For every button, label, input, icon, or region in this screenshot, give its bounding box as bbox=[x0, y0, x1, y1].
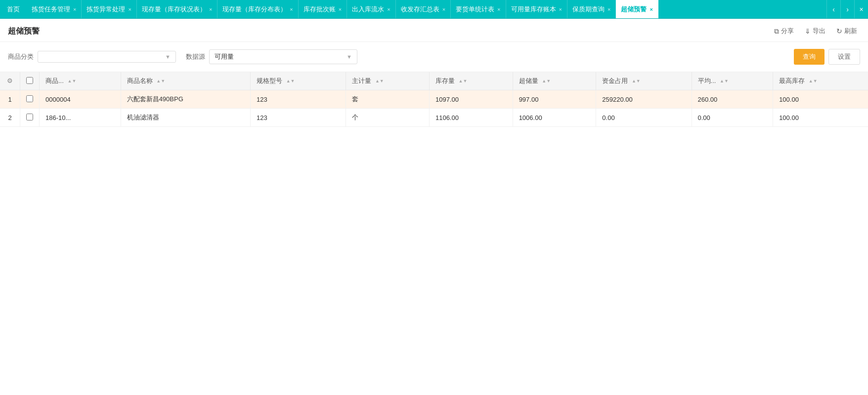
td-spec: 123 bbox=[251, 90, 346, 109]
home-label: 首页 bbox=[7, 5, 20, 14]
select-all-checkbox[interactable] bbox=[26, 77, 33, 84]
nav-tab-9[interactable]: 保质期查询 × bbox=[567, 0, 616, 19]
datasource-select-value: 可用量 bbox=[215, 52, 234, 61]
nav-tab-label-7: 要货单统计表 bbox=[456, 5, 494, 14]
nav-arrow-prev[interactable]: ‹ bbox=[826, 0, 840, 19]
sort-arrows-avg: ▲▼ bbox=[720, 79, 729, 83]
td-capital: 259220.00 bbox=[596, 90, 692, 109]
th-avg[interactable]: 平均... ▲▼ bbox=[692, 72, 773, 90]
filter-datasource: 数据源 可用量 ▼ bbox=[186, 49, 357, 64]
nav-tab-label-4: 库存批次账 bbox=[304, 5, 336, 14]
nav-tab-3[interactable]: 现存量（库存分布表） × bbox=[217, 0, 298, 19]
nav-tab-close-9[interactable]: × bbox=[608, 6, 610, 12]
nav-tab-close-5[interactable]: × bbox=[387, 6, 390, 12]
td-avg: 260.00 bbox=[692, 90, 773, 109]
nav-tab-label-0: 拣货任务管理 bbox=[32, 5, 70, 14]
nav-arrow-next[interactable]: › bbox=[840, 0, 854, 19]
th-capital[interactable]: 资金占用 ▲▼ bbox=[596, 72, 692, 90]
nav-tab-label-5: 出入库流水 bbox=[352, 5, 384, 14]
th-gear[interactable]: ⚙ bbox=[0, 72, 20, 90]
td-stock: 1097.00 bbox=[429, 90, 513, 109]
query-button[interactable]: 查询 bbox=[794, 49, 825, 65]
nav-tab-label-3: 现存量（库存分布表） bbox=[222, 5, 287, 14]
share-label: 分享 bbox=[781, 27, 794, 36]
category-select[interactable]: ▼ bbox=[38, 51, 176, 63]
nav-tab-label-8: 可用量库存账本 bbox=[511, 5, 556, 14]
th-overflow[interactable]: 超储量 ▲▼ bbox=[513, 72, 596, 90]
filter-area: 商品分类 ▼ 数据源 可用量 ▼ 查询 设置 bbox=[0, 42, 868, 72]
td-spec: 123 bbox=[251, 109, 346, 127]
nav-tab-6[interactable]: 收发存汇总表 × bbox=[396, 0, 451, 19]
td-overflow: 1006.00 bbox=[513, 109, 596, 127]
export-label: 导出 bbox=[813, 27, 825, 36]
th-code[interactable]: 商品... ▲▼ bbox=[40, 72, 121, 90]
nav-tab-close-10[interactable]: × bbox=[650, 6, 652, 12]
data-table: ⚙ 商品... ▲▼ 商品名称 ▲▼ 规格型号 ▲▼ bbox=[0, 72, 868, 127]
nav-tab-label-9: 保质期查询 bbox=[572, 5, 605, 14]
settings-button[interactable]: 设置 bbox=[828, 49, 860, 65]
nav-tab-close-6[interactable]: × bbox=[442, 6, 445, 12]
nav-home[interactable]: 首页 bbox=[0, 0, 27, 19]
td-checkbox[interactable] bbox=[20, 109, 40, 127]
filter-actions: 查询 设置 bbox=[794, 49, 860, 65]
td-capital: 0.00 bbox=[596, 109, 692, 127]
page-header: 超储预警 ⧉ 分享 ⇓ 导出 ↻ 刷新 bbox=[0, 19, 868, 42]
nav-tab-8[interactable]: 可用量库存账本 × bbox=[506, 0, 567, 19]
export-button[interactable]: ⇓ 导出 bbox=[802, 25, 828, 38]
nav-tab-close-3[interactable]: × bbox=[290, 6, 293, 12]
sort-arrows-max: ▲▼ bbox=[809, 79, 818, 83]
td-unit: 个 bbox=[346, 109, 430, 127]
page-title: 超储预警 bbox=[8, 26, 40, 37]
share-button[interactable]: ⧉ 分享 bbox=[771, 25, 797, 38]
nav-tab-1[interactable]: 拣货异常处理 × bbox=[82, 0, 136, 19]
datasource-select[interactable]: 可用量 ▼ bbox=[209, 49, 357, 64]
nav-tab-close-1[interactable]: × bbox=[128, 6, 131, 12]
nav-tab-close-8[interactable]: × bbox=[559, 6, 562, 12]
nav-tab-close-2[interactable]: × bbox=[209, 6, 212, 12]
td-name: 机油滤清器 bbox=[121, 109, 250, 127]
td-unit: 套 bbox=[346, 90, 430, 109]
nav-tab-close-0[interactable]: × bbox=[73, 6, 76, 12]
nav-tab-4[interactable]: 库存批次账 × bbox=[299, 0, 347, 19]
th-checkbox[interactable] bbox=[20, 72, 40, 90]
td-row-number: 1 bbox=[0, 90, 20, 109]
nav-tab-7[interactable]: 要货单统计表 × bbox=[451, 0, 506, 19]
nav-tab-close-7[interactable]: × bbox=[497, 6, 500, 12]
row-checkbox[interactable] bbox=[26, 114, 33, 120]
data-table-wrap: ⚙ 商品... ▲▼ 商品名称 ▲▼ 规格型号 ▲▼ bbox=[0, 72, 868, 127]
nav-tab-5[interactable]: 出入库流水 × bbox=[347, 0, 395, 19]
td-code: 186-10... bbox=[40, 109, 121, 127]
th-stock[interactable]: 库存量 ▲▼ bbox=[429, 72, 513, 90]
refresh-icon: ↻ bbox=[836, 27, 842, 35]
nav-arrows: ‹ › × bbox=[826, 0, 868, 19]
category-chevron-icon: ▼ bbox=[165, 54, 171, 60]
filter-category: 商品分类 ▼ bbox=[8, 51, 176, 63]
nav-tab-close-4[interactable]: × bbox=[339, 6, 342, 12]
gear-icon[interactable]: ⚙ bbox=[6, 77, 14, 85]
nav-tab-label-1: 拣货异常处理 bbox=[87, 5, 125, 14]
table-row: 2 186-10... 机油滤清器 123 个 1106.00 1006.00 … bbox=[0, 109, 868, 127]
nav-tab-2[interactable]: 现存量（库存状况表） × bbox=[137, 0, 217, 19]
td-checkbox[interactable] bbox=[20, 90, 40, 109]
th-unit[interactable]: 主计量 ▲▼ bbox=[346, 72, 430, 90]
nav-tab-10[interactable]: 超储预警 × bbox=[616, 0, 658, 19]
td-overflow: 997.00 bbox=[513, 90, 596, 109]
th-max[interactable]: 最高库存 ▲▼ bbox=[773, 72, 868, 90]
td-avg: 0.00 bbox=[692, 109, 773, 127]
sort-arrows-stock: ▲▼ bbox=[459, 79, 468, 83]
th-spec[interactable]: 规格型号 ▲▼ bbox=[251, 72, 346, 90]
sort-arrows-name: ▲▼ bbox=[156, 79, 165, 83]
th-name[interactable]: 商品名称 ▲▼ bbox=[121, 72, 250, 90]
sort-arrows-overflow: ▲▼ bbox=[542, 79, 551, 83]
row-checkbox[interactable] bbox=[26, 95, 33, 102]
refresh-button[interactable]: ↻ 刷新 bbox=[833, 25, 860, 38]
td-max: 100.00 bbox=[773, 90, 868, 109]
nav-arrow-close-all[interactable]: × bbox=[854, 0, 868, 19]
nav-tab-0[interactable]: 拣货任务管理 × bbox=[27, 0, 82, 19]
page-content: 超储预警 ⧉ 分享 ⇓ 导出 ↻ 刷新 商品分类 ▼ 数据源 bbox=[0, 19, 868, 395]
sort-arrows-unit: ▲▼ bbox=[375, 79, 384, 83]
td-stock: 1106.00 bbox=[429, 109, 513, 127]
table-header-row: ⚙ 商品... ▲▼ 商品名称 ▲▼ 规格型号 ▲▼ bbox=[0, 72, 868, 90]
td-name: 六配套新昌490BPG bbox=[121, 90, 250, 109]
nav-tab-label-2: 现存量（库存状况表） bbox=[142, 5, 206, 14]
